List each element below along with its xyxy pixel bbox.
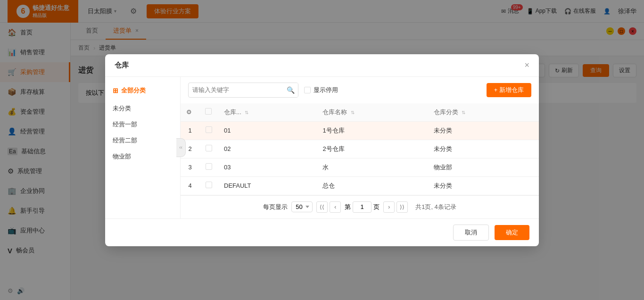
row-action-4: 4 (181, 176, 199, 195)
category-item-dept2[interactable]: 经营二部 (105, 133, 180, 149)
category-item-property[interactable]: 物业部 (105, 149, 180, 165)
modal-close-button[interactable]: × (524, 61, 529, 69)
row-category-2: 未分类 (428, 140, 539, 158)
header-checkbox[interactable] (205, 108, 212, 115)
category-panel: ⊞ 全部分类 未分类 经营一部 经营二部 物业部 ‹‹ (105, 77, 181, 218)
col-code-header[interactable]: 仓库... ⇅ (218, 103, 317, 122)
col-category-header[interactable]: 仓库分类 ⇅ (428, 103, 539, 122)
search-button[interactable]: 🔍 (283, 83, 298, 98)
next-page-button[interactable]: › (383, 201, 395, 213)
modal-body: ⊞ 全部分类 未分类 经营一部 经营二部 物业部 ‹‹ (105, 77, 539, 218)
page-prefix-label: 第 (345, 203, 351, 211)
pagination: 每页显示 50 ⟨⟨ ‹ 第 页 › ⟩⟩ (181, 195, 539, 218)
row-category-3: 物业部 (428, 158, 539, 176)
show-disabled-checkbox[interactable] (304, 87, 311, 93)
row-check-4[interactable] (199, 176, 218, 195)
row-code-1: 01 (218, 121, 317, 140)
row-name-4: 总仓 (317, 176, 428, 195)
table-panel: 🔍 显示停用 + 新增仓库 (181, 77, 539, 218)
row-code-3: 03 (218, 158, 317, 176)
category-header[interactable]: ⊞ 全部分类 (105, 83, 180, 100)
sort-icon-name: ⇅ (351, 110, 355, 115)
collapse-panel-button[interactable]: ‹‹ (176, 138, 186, 157)
table-scroll: ⚙ 仓库... ⇅ 仓库名称 (181, 103, 539, 195)
search-input[interactable] (189, 86, 283, 93)
row-check-3[interactable] (199, 158, 218, 176)
modal-title: 仓库 (115, 61, 129, 70)
last-page-button[interactable]: ⟩⟩ (396, 201, 408, 213)
page-input-wrap: 第 页 (345, 201, 380, 213)
modal-overlay[interactable]: 仓库 × ⊞ 全部分类 未分类 经营一部 经营二部 (0, 0, 644, 300)
table-toolbar: 🔍 显示停用 + 新增仓库 (181, 77, 539, 103)
cancel-button[interactable]: 取消 (453, 225, 489, 241)
page-number-input[interactable] (353, 201, 372, 213)
row-check-2[interactable] (199, 140, 218, 158)
col-name-header[interactable]: 仓库名称 ⇅ (317, 103, 428, 122)
modal-footer: 取消 确定 (105, 218, 539, 246)
warehouse-modal: 仓库 × ⊞ 全部分类 未分类 经营一部 经营二部 (105, 54, 539, 246)
row-name-2: 2号仓库 (317, 140, 428, 158)
show-disabled-label[interactable]: 显示停用 (304, 86, 338, 94)
page-suffix-label: 页 (373, 203, 380, 211)
row-action-1: 1 (181, 121, 199, 140)
sort-icon-code: ⇅ (245, 110, 248, 115)
search-box: 🔍 (188, 83, 298, 98)
prev-page-button[interactable]: ‹ (330, 201, 341, 213)
page-nav-next: › ⟩⟩ (383, 201, 408, 213)
row-name-1: 1号仓库 (317, 121, 428, 140)
page-nav: ⟨⟨ ‹ (316, 201, 341, 213)
table-row[interactable]: 1 01 1号仓库 未分类 (181, 121, 539, 140)
col-check (199, 103, 218, 122)
category-header-label: 全部分类 (121, 86, 146, 95)
confirm-button[interactable]: 确定 (495, 225, 529, 240)
row-name-3: 水 (317, 158, 428, 176)
col-settings: ⚙ (181, 103, 199, 122)
category-item-dept1[interactable]: 经营一部 (105, 117, 180, 133)
table-row[interactable]: 3 03 水 物业部 (181, 158, 539, 176)
gear-col-icon: ⚙ (186, 108, 192, 116)
category-item-unclassified[interactable]: 未分类 (105, 100, 180, 117)
row-action-3: 3 (181, 158, 199, 176)
row-code-2: 02 (218, 140, 317, 158)
table-row[interactable]: 4 DEFAULT 总仓 未分类 (181, 176, 539, 195)
sort-icon-category: ⇅ (462, 110, 465, 115)
row-check-1[interactable] (199, 121, 218, 140)
page-total: 共1页, 4条记录 (415, 203, 456, 211)
table-row[interactable]: 2 02 2号仓库 未分类 (181, 140, 539, 158)
search-icon: 🔍 (287, 86, 295, 94)
row-category-1: 未分类 (428, 121, 539, 140)
grid-icon: ⊞ (113, 87, 118, 94)
first-page-button[interactable]: ⟨⟨ (316, 201, 328, 213)
per-page-label: 每页显示 (263, 203, 288, 211)
warehouse-table: ⚙ 仓库... ⇅ 仓库名称 (181, 103, 539, 195)
row-code-4: DEFAULT (218, 176, 317, 195)
row-category-4: 未分类 (428, 176, 539, 195)
per-page-select[interactable]: 50 (291, 201, 313, 212)
modal-header: 仓库 × (105, 54, 539, 77)
add-warehouse-button[interactable]: + 新增仓库 (487, 83, 531, 97)
chevron-left-icon: ‹‹ (179, 145, 182, 150)
